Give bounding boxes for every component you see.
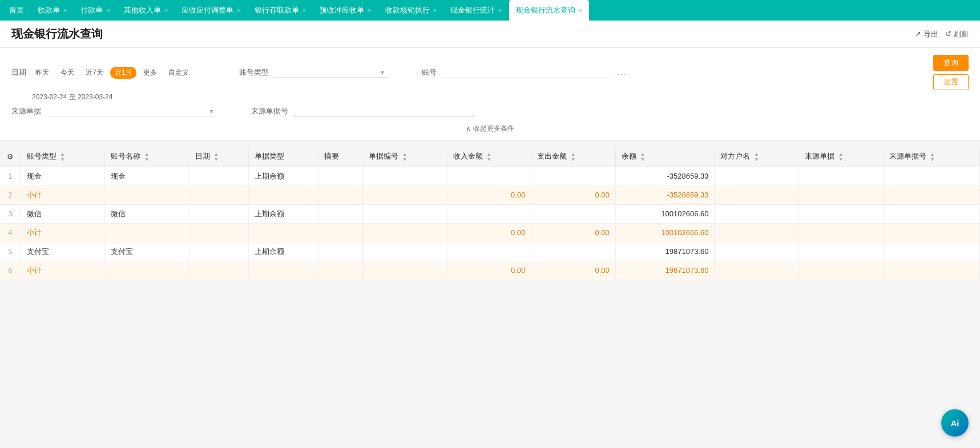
account-more-icon[interactable]: ... bbox=[617, 67, 626, 78]
nav-item-receipts[interactable]: 收款单 × bbox=[31, 0, 74, 21]
sort-income-icon[interactable]: ▲▼ bbox=[486, 152, 491, 162]
table-area: ⚙ 账号类型 ▲▼ 账号名称 ▲▼ 日期 ▲▼ 单据类型 摘要 bbox=[0, 147, 980, 280]
table-row[interactable]: 2小计0.000.00-3528659.33 bbox=[0, 185, 980, 204]
sort-date-icon[interactable]: ▲▼ bbox=[213, 152, 219, 162]
action-buttons: 查询 设置 bbox=[933, 55, 969, 90]
account-type-arrow-icon: ▼ bbox=[379, 69, 385, 76]
nav-item-bank-deposit[interactable]: 银行存取款单 × bbox=[248, 0, 313, 21]
filter-area: 日期 昨天 今天 近7天 近1月 更多 自定义 账号类型 ▼ 账号 ... bbox=[0, 48, 980, 141]
filter-row-1: 日期 昨天 今天 近7天 近1月 更多 自定义 账号类型 ▼ 账号 ... bbox=[11, 55, 969, 90]
table-row[interactable]: 5支付宝支付宝上期余额19871073.60 bbox=[0, 242, 980, 261]
filter-row-2: 来源单据 ▼ 来源单据号 bbox=[11, 106, 969, 117]
collapse-bar[interactable]: ∧ 收起更多条件 bbox=[11, 122, 969, 136]
date-pill-yesterday[interactable]: 昨天 bbox=[31, 67, 54, 79]
column-balance: 余额 ▲▼ bbox=[615, 147, 715, 167]
export-button[interactable]: ↗ 导出 bbox=[915, 29, 938, 39]
close-bank-deposit-icon[interactable]: × bbox=[303, 0, 306, 21]
data-table: ⚙ 账号类型 ▲▼ 账号名称 ▲▼ 日期 ▲▼ 单据类型 摘要 bbox=[0, 147, 980, 280]
export-icon: ↗ bbox=[915, 30, 921, 38]
nav-item-home[interactable]: 首页 bbox=[2, 0, 31, 21]
nav-item-advance-receipt[interactable]: 预收冲应收单 × bbox=[313, 0, 378, 21]
source-doc-num-label: 来源单据号 bbox=[251, 106, 288, 116]
date-filter-group: 日期 昨天 今天 近7天 近1月 更多 自定义 bbox=[11, 67, 193, 79]
nav-item-bank-flow[interactable]: 现金银行流水查询 × bbox=[509, 0, 589, 21]
close-receipts-icon[interactable]: × bbox=[63, 0, 67, 21]
close-advance-receipt-icon[interactable]: × bbox=[368, 0, 371, 21]
close-other-income-icon[interactable]: × bbox=[164, 0, 168, 21]
source-doc-num-input[interactable] bbox=[293, 106, 475, 117]
source-doc-filter-group: 来源单据 ▼ bbox=[11, 106, 217, 116]
date-range-text: 2023-02-24 至 2023-03-24 bbox=[32, 93, 112, 101]
nav-item-bank-stats[interactable]: 现金银行统计 × bbox=[443, 0, 509, 21]
sort-account-name-icon[interactable]: ▲▼ bbox=[144, 152, 150, 162]
account-input[interactable] bbox=[441, 67, 612, 78]
table-row[interactable]: 6小计0.000.0019871073.60 bbox=[0, 261, 980, 280]
column-date: 日期 ▲▼ bbox=[189, 147, 248, 167]
sort-doc-no-icon[interactable]: ▲▼ bbox=[402, 152, 408, 162]
source-doc-arrow-icon: ▼ bbox=[208, 108, 215, 115]
source-doc-num-filter-group: 来源单据号 bbox=[251, 106, 475, 117]
column-account-name: 账号名称 ▲▼ bbox=[105, 147, 189, 167]
table-body: 1现金现金上期余额-3528659.332小计0.000.00-3528659.… bbox=[0, 167, 980, 280]
collapse-up-icon: ∧ bbox=[466, 125, 471, 133]
sort-counterpart-icon[interactable]: ▲▼ bbox=[754, 152, 759, 162]
setting-button[interactable]: 设置 bbox=[933, 74, 969, 90]
column-gear[interactable]: ⚙ bbox=[0, 147, 21, 167]
date-pill-7days[interactable]: 近7天 bbox=[81, 67, 108, 79]
column-summary: 摘要 bbox=[318, 147, 362, 167]
header-actions: ↗ 导出 ↺ 刷新 bbox=[915, 29, 969, 39]
column-expense: 支出金额 ▲▼ bbox=[531, 147, 616, 167]
column-doc-no: 单据编号 ▲▼ bbox=[363, 147, 447, 167]
sort-source-doc-no-icon[interactable]: ▲▼ bbox=[930, 152, 935, 162]
query-button[interactable]: 查询 bbox=[933, 55, 969, 71]
close-bank-flow-icon[interactable]: × bbox=[579, 0, 582, 21]
date-label: 日期 bbox=[11, 67, 26, 78]
column-counterpart: 对方户名 ▲▼ bbox=[715, 147, 799, 167]
account-type-label: 账号类型 bbox=[239, 67, 269, 78]
nav-item-adjustments[interactable]: 应收应付调整单 × bbox=[175, 0, 247, 21]
source-doc-select[interactable]: ▼ bbox=[46, 107, 217, 116]
sort-expense-icon[interactable]: ▲▼ bbox=[571, 152, 576, 162]
close-payments-icon[interactable]: × bbox=[106, 0, 110, 21]
sort-source-doc-icon[interactable]: ▲▼ bbox=[838, 152, 844, 162]
page-title: 现金银行流水查询 bbox=[11, 26, 103, 42]
account-label: 账号 bbox=[422, 67, 437, 78]
sort-balance-icon[interactable]: ▲▼ bbox=[640, 152, 645, 162]
refresh-button[interactable]: ↺ 刷新 bbox=[945, 29, 969, 39]
sort-account-type-icon[interactable]: ▲▼ bbox=[60, 152, 65, 162]
account-type-filter-group: 账号类型 ▼ bbox=[239, 67, 388, 78]
table-row[interactable]: 1现金现金上期余额-3528659.33 bbox=[0, 167, 980, 185]
close-bank-stats-icon[interactable]: × bbox=[498, 0, 502, 21]
table-row[interactable]: 4小计0.000.00100102606.60 bbox=[0, 223, 980, 242]
date-pill-today[interactable]: 今天 bbox=[56, 67, 79, 79]
column-source-doc: 来源单据 ▲▼ bbox=[799, 147, 884, 167]
date-pill-more[interactable]: 更多 bbox=[139, 67, 162, 79]
nav-item-payments[interactable]: 付款单 × bbox=[74, 0, 116, 21]
date-pill-custom[interactable]: 自定义 bbox=[164, 67, 193, 79]
account-filter-group: 账号 ... bbox=[422, 67, 626, 78]
date-pill-1month[interactable]: 近1月 bbox=[110, 67, 137, 79]
column-account-type: 账号类型 ▲▼ bbox=[21, 147, 105, 167]
table-row[interactable]: 3微信微信上期余额100102606.60 bbox=[0, 204, 980, 223]
nav-item-other-income[interactable]: 其他收入单 × bbox=[117, 0, 175, 21]
column-income: 收入金额 ▲▼ bbox=[447, 147, 531, 167]
date-pills: 昨天 今天 近7天 近1月 更多 自定义 bbox=[31, 67, 193, 79]
column-source-doc-no: 来源单据号 ▲▼ bbox=[883, 147, 979, 167]
refresh-icon: ↺ bbox=[945, 30, 951, 38]
column-doc-type: 单据类型 bbox=[248, 147, 318, 167]
top-navigation: 首页 收款单 × 付款单 × 其他收入单 × 应收应付调整单 × 银行存取款单 … bbox=[0, 0, 980, 21]
close-adjustments-icon[interactable]: × bbox=[237, 0, 240, 21]
close-collection-exec-icon[interactable]: × bbox=[433, 0, 437, 21]
source-doc-label: 来源单据 bbox=[11, 106, 41, 116]
page-header: 现金银行流水查询 ↗ 导出 ↺ 刷新 bbox=[0, 21, 980, 48]
table-header-row: ⚙ 账号类型 ▲▼ 账号名称 ▲▼ 日期 ▲▼ 单据类型 摘要 bbox=[0, 147, 980, 167]
account-type-select[interactable]: ▼ bbox=[273, 68, 388, 78]
nav-item-collection-exec[interactable]: 收款核销执行 × bbox=[378, 0, 443, 21]
